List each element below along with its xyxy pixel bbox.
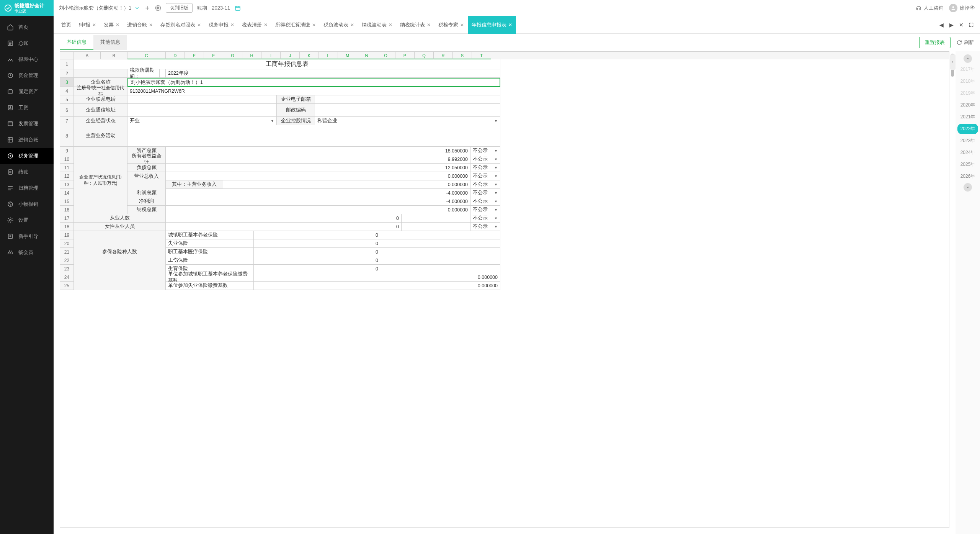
tab-7[interactable]: 所得税汇算清缴✕ (271, 16, 320, 34)
row-header-1[interactable]: 1 (60, 59, 74, 69)
row-header-14[interactable]: 14 (60, 189, 74, 197)
nav-item-13[interactable]: 新手引导 (0, 228, 54, 244)
fin-value-13[interactable]: 0.000000 (223, 180, 470, 189)
close-icon[interactable]: ✕ (312, 22, 316, 28)
row-header-10[interactable]: 10 (60, 155, 74, 164)
fin-value-10[interactable]: 9.992000 (166, 155, 470, 164)
biz-status-select[interactable]: 开业 (127, 117, 277, 125)
base-value-25[interactable]: 0.000000 (254, 282, 500, 290)
year-item-2022年[interactable]: 2022年 (957, 124, 978, 134)
ins-value-21[interactable]: 0 (254, 248, 500, 256)
row-header-24[interactable]: 24 (60, 273, 74, 282)
nav-item-12[interactable]: 设置 (0, 212, 54, 228)
col-header-F[interactable]: F (204, 52, 223, 59)
nav-item-3[interactable]: 资金管理 (0, 67, 54, 84)
close-icon[interactable]: ✕ (460, 22, 464, 28)
row-header-12[interactable]: 12 (60, 172, 74, 180)
col-header-T[interactable]: T (472, 52, 491, 59)
company-name-input[interactable]: 刘小艳演示账套（勿删勿动！）1 (127, 78, 500, 87)
row-header-15[interactable]: 15 (60, 197, 74, 206)
col-header-J[interactable]: J (281, 52, 300, 59)
close-icon[interactable]: ✕ (264, 22, 268, 28)
col-header-G[interactable]: G (223, 52, 242, 59)
col-header-B[interactable]: B (101, 52, 127, 59)
row-header-7[interactable]: 7 (60, 117, 74, 125)
row-header-22[interactable]: 22 (60, 256, 74, 265)
address-input[interactable] (127, 104, 277, 117)
employees-pub[interactable]: 不公示 (470, 214, 500, 223)
tab-9[interactable]: 纳税波动表✕ (358, 16, 396, 34)
col-header-L[interactable]: L (319, 52, 338, 59)
vertical-scrollbar-track[interactable] (949, 51, 956, 534)
fin-value-16[interactable]: 0.000000 (166, 206, 470, 214)
ins-value-23[interactable]: 0 (254, 265, 500, 273)
col-header-R[interactable]: R (434, 52, 453, 59)
plus-icon[interactable] (144, 5, 150, 11)
row-header-25[interactable]: 25 (60, 282, 74, 290)
tab-close-all-icon[interactable]: ✕ (956, 20, 966, 30)
year-item-2025年[interactable]: 2025年 (957, 159, 978, 170)
col-header-D[interactable]: D (166, 52, 185, 59)
fin-value-14[interactable]: -4.000000 (166, 189, 470, 197)
nav-item-14[interactable]: 畅会员 (0, 244, 54, 260)
year-up-icon[interactable] (964, 54, 972, 63)
row-header-4[interactable]: 4 (60, 87, 74, 95)
zip-input[interactable] (315, 104, 500, 117)
close-icon[interactable]: ✕ (427, 22, 431, 28)
row-header-11[interactable]: 11 (60, 164, 74, 172)
email-input[interactable] (315, 95, 500, 104)
tab-1[interactable]: !申报✕ (75, 16, 100, 34)
collapse-panel-icon[interactable] (950, 54, 956, 70)
row-header-17[interactable]: 17 (60, 214, 74, 223)
close-icon[interactable]: ✕ (389, 22, 392, 28)
nav-item-2[interactable]: 报表中心 (0, 51, 54, 67)
close-icon[interactable]: ✕ (116, 22, 119, 28)
row-header-19[interactable]: 19 (60, 231, 74, 239)
horizontal-scrollbar[interactable] (60, 528, 949, 534)
nav-item-8[interactable]: 税务管理 (0, 148, 54, 164)
row-header-21[interactable]: 21 (60, 248, 74, 256)
old-version-button[interactable]: 切到旧版 (166, 3, 193, 13)
col-header-E[interactable]: E (185, 52, 204, 59)
year-item-2021年[interactable]: 2021年 (957, 112, 978, 122)
col-header-M[interactable]: M (338, 52, 357, 59)
ins-value-19[interactable]: 0 (254, 231, 500, 239)
nav-item-10[interactable]: 归档管理 (0, 180, 54, 196)
fin-pub-15[interactable]: 不公示 (470, 197, 500, 206)
tab-12[interactable]: 年报信息申报表✕ (468, 16, 516, 34)
ins-value-20[interactable]: 0 (254, 239, 500, 248)
row-header-20[interactable]: 20 (60, 239, 74, 248)
account-selector[interactable]: 刘小艳演示账套（勿删勿动！）1 (59, 5, 140, 11)
row-header-9[interactable]: 9 (60, 147, 74, 155)
fin-pub-16[interactable]: 不公示 (470, 206, 500, 214)
nav-item-9[interactable]: 结账 (0, 164, 54, 180)
row-header-8[interactable]: 8 (60, 125, 74, 147)
nav-item-11[interactable]: 小畅报销 (0, 196, 54, 212)
col-header-I[interactable]: I (261, 52, 281, 59)
fin-pub-10[interactable]: 不公示 (470, 155, 500, 164)
phone-input[interactable] (127, 95, 277, 104)
main-biz-input[interactable] (127, 125, 500, 147)
fin-value-9[interactable]: 18.050000 (166, 147, 470, 155)
close-icon[interactable]: ✕ (230, 22, 234, 28)
col-header-H[interactable]: H (242, 52, 261, 59)
tab-prev-icon[interactable]: ◀ (936, 20, 946, 30)
close-icon[interactable]: ✕ (508, 22, 512, 28)
col-header-C[interactable]: C (127, 52, 166, 59)
row-header-23[interactable]: 23 (60, 265, 74, 273)
close-icon[interactable]: ✕ (350, 22, 354, 28)
col-header-S[interactable]: S (453, 52, 472, 59)
row-header-6[interactable]: 6 (60, 104, 74, 117)
row-header-2[interactable]: 2 (60, 69, 74, 78)
tab-next-icon[interactable]: ▶ (946, 20, 956, 30)
close-icon[interactable]: ✕ (149, 22, 153, 28)
tab-2[interactable]: 发票✕ (100, 16, 123, 34)
calendar-icon[interactable] (235, 5, 241, 11)
fin-pub-13[interactable]: 不公示 (470, 180, 500, 189)
holding-select[interactable]: 私营企业 (315, 117, 500, 125)
year-down-icon[interactable] (964, 183, 972, 192)
consult-button[interactable]: 人工咨询 (916, 5, 944, 11)
ins-value-22[interactable]: 0 (254, 256, 500, 265)
nav-item-6[interactable]: 发票管理 (0, 116, 54, 132)
fin-pub-12[interactable]: 不公示 (470, 172, 500, 180)
